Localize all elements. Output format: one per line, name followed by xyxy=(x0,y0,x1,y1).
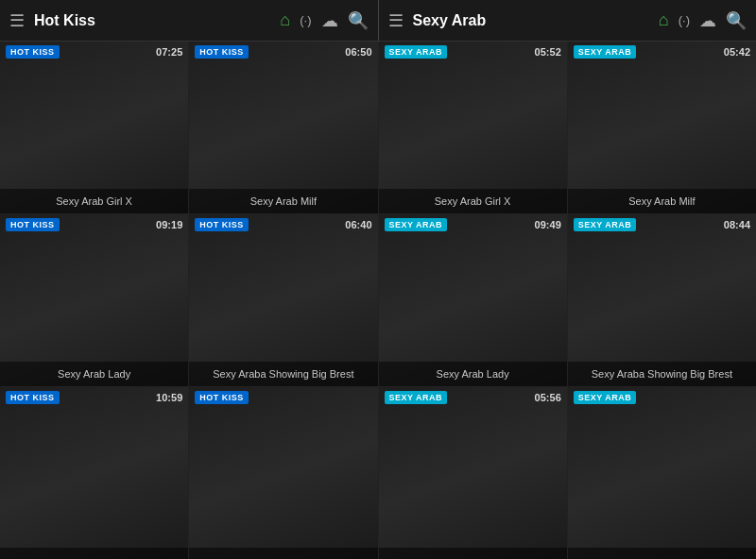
video-card[interactable]: SEXY ARAB05:42Sexy Arab Milf xyxy=(568,42,756,214)
video-top-bar: SEXY ARAB09:49 xyxy=(379,214,567,235)
video-thumbnail xyxy=(568,214,756,386)
video-thumbnail xyxy=(0,387,188,559)
channel-badge: HOT KISS xyxy=(195,45,249,59)
column-3: SEXY ARAB05:42Sexy Arab MilfSEXY ARAB08:… xyxy=(568,42,756,559)
hotkiss-signal-icon[interactable]: (·) xyxy=(300,13,311,27)
video-top-bar: SEXY ARAB05:52 xyxy=(379,42,567,62)
video-thumbnail xyxy=(0,42,188,213)
sexyarab-home-icon[interactable]: ⌂ xyxy=(659,10,669,30)
video-top-bar: SEXY ARAB08:44 xyxy=(568,214,756,235)
hotkiss-header: ☰ Hot Kiss ⌂ (·) ☁ 🔍 xyxy=(0,0,379,41)
video-card[interactable]: SEXY ARAB09:49Sexy Arab Lady xyxy=(379,214,567,387)
video-thumbnail xyxy=(568,387,756,559)
sexyarab-menu-icon[interactable]: ☰ xyxy=(388,10,404,31)
hotkiss-title: Hot Kiss xyxy=(34,12,270,29)
hotkiss-home-icon[interactable]: ⌂ xyxy=(280,10,290,30)
video-title: Sexy Arab Milf xyxy=(568,189,756,213)
video-thumbnail xyxy=(0,214,188,386)
video-thumbnail xyxy=(189,214,377,386)
video-duration: 07:25 xyxy=(156,46,182,58)
column-0: HOT KISS07:25Sexy Arab Girl XHOT KISS09:… xyxy=(0,42,189,559)
video-top-bar: HOT KISS10:59 xyxy=(0,387,188,408)
video-card[interactable]: SEXY ARAB05:52Sexy Arab Girl X xyxy=(379,42,567,214)
video-title: Sexy Arab Milf xyxy=(189,189,377,213)
video-top-bar: SEXY ARAB xyxy=(568,387,756,408)
video-top-bar: HOT KISS06:40 xyxy=(189,214,377,235)
video-duration: 09:49 xyxy=(535,219,561,230)
video-thumbnail xyxy=(379,387,567,559)
video-top-bar: SEXY ARAB05:42 xyxy=(568,42,756,62)
video-top-bar: SEXY ARAB05:56 xyxy=(379,387,567,408)
video-duration: 05:52 xyxy=(535,46,561,58)
sexyarab-cloud-icon[interactable]: ☁ xyxy=(699,10,716,31)
video-card[interactable]: HOT KISS07:25Sexy Arab Girl X xyxy=(0,42,188,214)
channel-badge: SEXY ARAB xyxy=(385,391,448,404)
video-top-bar: HOT KISS06:50 xyxy=(189,42,377,62)
video-title: Sexy Arab Girl X xyxy=(0,189,188,213)
sexyarab-header: ☰ Sexy Arab ⌂ (·) ☁ 🔍 xyxy=(379,0,757,41)
sexyarab-search-icon[interactable]: 🔍 xyxy=(726,10,747,31)
video-thumbnail xyxy=(379,214,567,386)
hotkiss-cloud-icon[interactable]: ☁ xyxy=(321,10,338,31)
video-duration: 06:40 xyxy=(345,219,371,230)
video-title xyxy=(568,548,756,559)
channel-badge: SEXY ARAB xyxy=(385,45,448,59)
video-grid: HOT KISS07:25Sexy Arab Girl XHOT KISS09:… xyxy=(0,42,756,559)
app-headers: ☰ Hot Kiss ⌂ (·) ☁ 🔍 ☰ Sexy Arab ⌂ (·) ☁… xyxy=(0,0,756,42)
hotkiss-menu-icon[interactable]: ☰ xyxy=(9,10,25,31)
channel-badge: HOT KISS xyxy=(6,218,60,231)
video-thumbnail xyxy=(189,387,377,559)
video-card[interactable]: HOT KISS09:19Sexy Arab Lady xyxy=(0,214,188,387)
video-title xyxy=(189,548,377,559)
channel-badge: HOT KISS xyxy=(195,391,249,404)
video-duration: 08:44 xyxy=(724,219,750,230)
video-card[interactable]: HOT KISS10:59 xyxy=(0,387,188,559)
column-1: HOT KISS06:50Sexy Arab MilfHOT KISS06:40… xyxy=(189,42,378,559)
video-duration: 09:19 xyxy=(156,219,182,230)
video-title xyxy=(379,548,567,559)
video-card[interactable]: SEXY ARAB xyxy=(568,387,756,559)
video-title: Sexy Araba Showing Big Brest xyxy=(568,362,756,386)
video-duration: 05:42 xyxy=(724,46,750,58)
video-title xyxy=(0,548,188,559)
channel-badge: HOT KISS xyxy=(6,391,60,404)
video-title: Sexy Arab Girl X xyxy=(379,189,567,213)
video-duration: 05:56 xyxy=(535,392,561,403)
column-2: SEXY ARAB05:52Sexy Arab Girl XSEXY ARAB0… xyxy=(379,42,568,559)
sexyarab-signal-icon[interactable]: (·) xyxy=(679,13,690,27)
video-title: Sexy Arab Lady xyxy=(379,362,567,386)
video-title: Sexy Arab Lady xyxy=(0,362,188,386)
video-top-bar: HOT KISS09:19 xyxy=(0,214,188,235)
video-card[interactable]: HOT KISS06:40Sexy Araba Showing Big Bres… xyxy=(189,214,377,387)
hotkiss-search-icon[interactable]: 🔍 xyxy=(348,10,369,31)
sexyarab-title: Sexy Arab xyxy=(413,12,649,29)
channel-badge: HOT KISS xyxy=(195,218,249,231)
channel-badge: SEXY ARAB xyxy=(574,45,637,59)
video-top-bar: HOT KISS07:25 xyxy=(0,42,188,62)
video-top-bar: HOT KISS xyxy=(189,387,377,408)
video-duration: 10:59 xyxy=(156,392,182,403)
video-title: Sexy Araba Showing Big Brest xyxy=(189,362,377,386)
channel-badge: SEXY ARAB xyxy=(385,218,448,231)
video-card[interactable]: SEXY ARAB05:56 xyxy=(379,387,567,559)
video-thumbnail xyxy=(189,42,377,213)
video-card[interactable]: HOT KISS xyxy=(189,387,377,559)
video-card[interactable]: SEXY ARAB08:44Sexy Araba Showing Big Bre… xyxy=(568,214,756,387)
video-card[interactable]: HOT KISS06:50Sexy Arab Milf xyxy=(189,42,377,214)
channel-badge: SEXY ARAB xyxy=(574,391,637,404)
channel-badge: SEXY ARAB xyxy=(574,218,637,231)
channel-badge: HOT KISS xyxy=(6,45,60,59)
video-thumbnail xyxy=(568,42,756,213)
video-duration: 06:50 xyxy=(345,46,371,58)
video-thumbnail xyxy=(379,42,567,213)
